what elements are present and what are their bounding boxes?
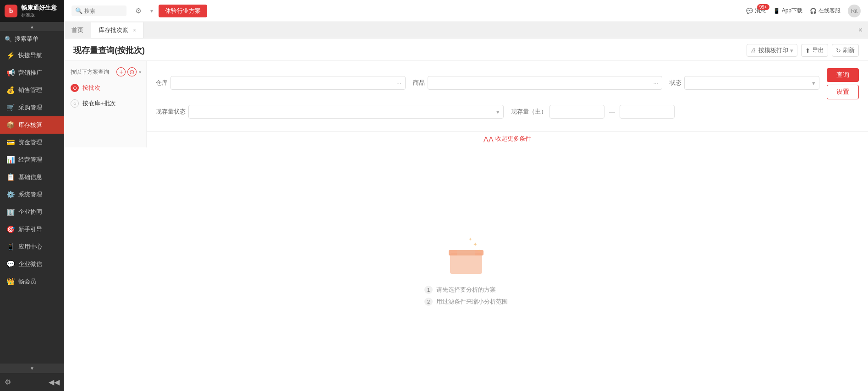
scheme-header-label: 按以下方案查询 [71,68,109,76]
tab-home[interactable]: 首页 [64,22,91,38]
scheme-header-actions: + ⊙ « [116,67,142,76]
settings-footer-icon[interactable]: ⚙ [5,378,11,386]
status-select-arrow: ▾ [812,80,815,87]
sales-icon: 💰 [6,86,15,94]
empty-state: ✦ ✦ ✦ 1 请先选择要分析的方案 2 用过滤条件来缩小分析范围 [64,147,868,391]
tab-batch-close[interactable]: × [133,27,136,33]
page-title: 现存量查询(按批次) [73,45,145,56]
status-select[interactable]: ▾ [684,76,819,90]
sidebar-item-enterprise[interactable]: 🏢 企业协同 [0,203,64,221]
marketing-icon: 📢 [6,69,15,77]
sidebar-item-label: 库存核算 [18,121,42,129]
new-guide-icon: 🎯 [6,225,15,234]
app-download-btn[interactable]: 📱 App下载 [773,7,802,15]
sidebar-item-finance[interactable]: 💳 资金管理 [0,134,64,151]
sidebar-item-label: 畅会员 [18,277,36,286]
inventory-status-arrow: ▾ [496,109,500,115]
collapse-conditions-btn[interactable]: ⋀⋀ 收起更多条件 [147,131,868,147]
topbar-search-input[interactable] [84,8,121,14]
inventory-qty-min[interactable] [549,105,604,119]
sidebar-item-operations[interactable]: 📊 经营管理 [0,151,64,168]
scheme-add-btn[interactable]: + [116,67,126,76]
sidebar-item-system[interactable]: ⚙️ 系统管理 [0,186,64,203]
collapse-sidebar-icon[interactable]: ◀◀ [49,378,60,386]
set-btn[interactable]: 设置 [827,85,859,99]
user-avatar[interactable]: Rit [848,5,861,17]
scheme-item-by-batch[interactable]: ⊙ 按批次 [64,80,146,96]
sidebar-item-member[interactable]: 👑 畅会员 [0,273,64,290]
empty-svg: ✦ ✦ ✦ [443,233,489,278]
messages-btn[interactable]: 💬 消息 99+ [746,7,766,15]
sidebar-footer: ⚙ ◀◀ [0,373,64,391]
query-btn[interactable]: 查询 [827,68,859,82]
scheme-item-label-1: 按仓库+批次 [82,99,116,108]
refresh-icon: ↻ [836,47,841,54]
topbar: 🔍 ⚙ ▾ 体验行业方案 💬 消息 99+ 📱 App下载 🎧 在线客服 Rit [64,0,868,22]
operations-icon: 📊 [6,156,15,164]
export-btn[interactable]: ⬆ 导出 [801,44,828,57]
warehouse-input[interactable]: ··· [170,76,406,90]
finance-icon: 💳 [6,138,15,147]
sidebar-item-label: 销售管理 [18,86,42,94]
scheme-settings-btn[interactable]: ⊙ [127,67,137,76]
sidebar: b 畅康通好生意 标准版 ▲ 🔍 搜索菜单 ⚡ 快捷导航 📢 营销推广 💰 销售… [0,0,64,391]
experience-btn[interactable]: 体验行业方案 [159,5,207,17]
sidebar-item-marketing[interactable]: 📢 营销推广 [0,64,64,81]
svg-text:✦: ✦ [478,249,481,253]
empty-illustration: ✦ ✦ ✦ [443,233,489,278]
svg-text:✦: ✦ [468,237,472,242]
sidebar-item-quick-nav[interactable]: ⚡ 快捷导航 [0,47,64,64]
empty-step-1: 1 请先选择要分析的方案 [424,286,508,294]
app-logo: b [5,5,17,17]
enterprise-wechat-icon: 💬 [6,260,15,268]
sidebar-item-label: 系统管理 [18,190,42,199]
print-icon: 🖨 [751,47,757,54]
status-label: 状态 [670,79,681,87]
print-btn[interactable]: 🖨 按模板打印 ▾ [747,44,797,57]
sidebar-item-enterprise-wechat[interactable]: 💬 企业微信 [0,255,64,273]
scheme-item-by-warehouse-batch[interactable]: ○ 按仓库+批次 [64,96,146,111]
inventory-status-select[interactable]: ▾ [188,105,504,119]
sidebar-item-purchase[interactable]: 🛒 采购管理 [0,99,64,116]
product-dots: ··· [653,80,658,87]
sidebar-item-sales[interactable]: 💰 销售管理 [0,81,64,99]
sidebar-item-new-guide[interactable]: 🎯 新手引导 [0,221,64,238]
sidebar-scroll-down[interactable]: ▼ [0,364,64,373]
scheme-item-icon-gray: ○ [71,99,79,108]
scheme-collapse-btn[interactable]: « [138,69,142,75]
tab-home-label: 首页 [71,26,83,34]
search-icon: 🔍 [5,36,12,43]
topbar-dropdown-icon[interactable]: ▾ [150,8,153,14]
filter-form-area: 仓库 ··· 商品 ··· 状态 [147,61,868,147]
scheme-header: 按以下方案查询 + ⊙ « [64,65,146,80]
topbar-search-box[interactable]: 🔍 [71,5,126,16]
tabs-close-all-btn[interactable]: × [853,26,868,34]
filter-row-2: 现存量状态 ▾ 现存量（主） — [156,105,859,119]
sidebar-item-inventory[interactable]: 📦 库存核算 [0,116,64,134]
page-actions: 🖨 按模板打印 ▾ ⬆ 导出 ↻ 刷新 [747,44,859,57]
scheme-panel: 按以下方案查询 + ⊙ « ⊙ 按批次 ○ 按仓库+批次 [64,61,147,147]
basic-info-icon: 📋 [6,173,15,181]
empty-steps: 1 请先选择要分析的方案 2 用过滤条件来缩小分析范围 [424,286,508,306]
main-area: 🔍 ⚙ ▾ 体验行业方案 💬 消息 99+ 📱 App下载 🎧 在线客服 Rit [64,0,868,391]
tab-batch[interactable]: 库存批次账 × [91,22,144,38]
online-service-btn[interactable]: 🎧 在线客服 [810,7,841,15]
sidebar-search[interactable]: 🔍 搜索菜单 [0,31,64,47]
collapse-up-icon: ⋀⋀ [483,136,494,142]
svg-rect-0 [450,253,482,274]
sidebar-item-label: 应用中心 [18,243,42,251]
sidebar-item-basic-info[interactable]: 📋 基础信息 [0,168,64,186]
warehouse-label: 仓库 [156,79,168,87]
sidebar-item-label: 企业协同 [18,208,42,216]
inventory-qty-max[interactable] [620,105,675,119]
print-dropdown-icon: ▾ [790,47,793,54]
product-input[interactable]: ··· [428,76,663,90]
sidebar-item-label: 快捷导航 [18,51,42,60]
sidebar-item-app-center[interactable]: 📱 应用中心 [0,238,64,255]
scheme-item-icon-red: ⊙ [71,84,79,92]
refresh-btn[interactable]: ↻ 刷新 [832,44,859,57]
page-header: 现存量查询(按批次) 🖨 按模板打印 ▾ ⬆ 导出 ↻ 刷新 [64,38,868,61]
sidebar-scroll-up[interactable]: ▲ [0,22,64,31]
inventory-status-label: 现存量状态 [156,108,186,116]
topbar-settings-btn[interactable]: ⚙ [132,5,145,17]
